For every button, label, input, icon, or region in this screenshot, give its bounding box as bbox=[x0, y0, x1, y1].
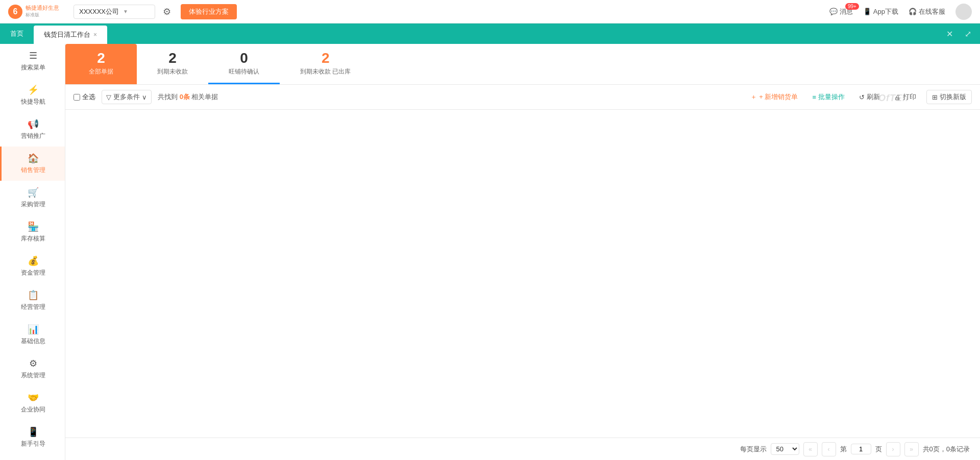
system-icon: ⚙ bbox=[29, 358, 37, 369]
print-button[interactable]: 🖨 打印 bbox=[890, 90, 920, 104]
next-page-button[interactable]: › bbox=[886, 442, 900, 456]
pagination-bar: 每页显示 50 100 200 « ‹ 第 页 › » 共0页，0条记录 bbox=[65, 438, 980, 460]
sidebar-label-guide: 新手引导 bbox=[21, 440, 45, 448]
sidebar-item-operations[interactable]: 📋 经营管理 bbox=[0, 283, 65, 318]
sidebar-item-guide[interactable]: 📱 新手引导 bbox=[0, 420, 65, 454]
batch-operation-button[interactable]: ≡ 批量操作 bbox=[808, 90, 849, 104]
page-input[interactable] bbox=[851, 444, 871, 454]
sidebar-item-inventory[interactable]: 🏪 库存核算 bbox=[0, 215, 65, 249]
stat-card-all[interactable]: 2 全部单据 bbox=[65, 44, 137, 84]
online-service-label: 在线客服 bbox=[919, 7, 945, 16]
tab-workbench[interactable]: 钱货日清工作台 × bbox=[34, 26, 107, 44]
message-icon: 💬 bbox=[829, 8, 838, 15]
add-icon: ＋ bbox=[750, 92, 757, 102]
search-menu-icon: ☰ bbox=[29, 50, 37, 61]
sidebar-item-system[interactable]: ⚙ 系统管理 bbox=[0, 352, 65, 386]
sidebar-item-enterprise[interactable]: 🤝 企业协同 bbox=[0, 386, 65, 420]
inventory-icon: 🏪 bbox=[28, 221, 39, 232]
stat-num-pending: 0 bbox=[240, 51, 248, 66]
settings-button[interactable]: ⚙ bbox=[159, 4, 175, 19]
tab-home[interactable]: 首页 bbox=[0, 23, 34, 44]
select-all-label: 全选 bbox=[82, 92, 95, 102]
switch-icon: ⊞ bbox=[932, 93, 938, 101]
stat-num-shipped: 2 bbox=[322, 51, 330, 66]
sidebar-item-search-menu[interactable]: ☰ 搜索菜单 bbox=[0, 44, 65, 78]
online-service-button[interactable]: 🎧 在线客服 bbox=[909, 7, 945, 16]
enterprise-icon: 🤝 bbox=[28, 392, 39, 403]
sales-icon: 🏠 bbox=[28, 153, 39, 164]
sidebar-label-operations: 经营管理 bbox=[21, 303, 45, 311]
filter-label: 更多条件 bbox=[113, 92, 140, 102]
batch-label: 批量操作 bbox=[818, 92, 845, 102]
sidebar-label-sales: 销售管理 bbox=[21, 166, 45, 175]
app-download-button[interactable]: 📱 App下载 bbox=[863, 7, 898, 16]
finance-icon: 💰 bbox=[28, 255, 39, 267]
top-right: 💬 消息 99 📱 App下载 🎧 在线客服 bbox=[829, 4, 972, 20]
logo-name: 畅捷通好生意 bbox=[26, 5, 59, 11]
page-label: 第 bbox=[840, 445, 847, 454]
stat-card-pending[interactable]: 0 旺铺待确认 bbox=[208, 44, 280, 84]
filter-button[interactable]: ▽ 更多条件 ∨ bbox=[102, 90, 152, 104]
company-dropdown-arrow: ▼ bbox=[123, 9, 128, 14]
sidebar-item-app-center[interactable]: 📦 应用中心 bbox=[0, 454, 65, 460]
first-page-button[interactable]: « bbox=[803, 442, 818, 456]
filter-chevron-icon: ∨ bbox=[142, 93, 147, 101]
sidebar-item-quick-nav[interactable]: ⚡ 快捷导航 bbox=[0, 78, 65, 112]
stats-row: 2 全部单据 2 到期未收款 0 旺铺待确认 2 到期未收款 已出库 bbox=[65, 44, 980, 85]
sidebar-label-marketing: 营销推广 bbox=[21, 132, 45, 140]
company-name: XXXXXX公司 bbox=[79, 7, 119, 16]
tab-workbench-label: 钱货日清工作台 bbox=[44, 30, 90, 39]
sidebar-label-finance: 资金管理 bbox=[21, 269, 45, 277]
per-page-select[interactable]: 50 100 200 bbox=[771, 443, 799, 455]
select-all-input[interactable] bbox=[74, 94, 80, 101]
stat-card-shipped[interactable]: 2 到期未收款 已出库 bbox=[280, 44, 371, 84]
sidebar-item-finance[interactable]: 💰 资金管理 bbox=[0, 249, 65, 283]
add-label: + 新增销货单 bbox=[759, 92, 798, 102]
purchase-icon: 🛒 bbox=[28, 187, 39, 198]
table-area bbox=[65, 110, 980, 438]
print-icon: 🖨 bbox=[894, 93, 901, 101]
message-badge: 99 bbox=[845, 3, 859, 10]
minimize-button[interactable]: ✕ bbox=[942, 27, 957, 41]
avatar-button[interactable] bbox=[955, 4, 972, 20]
sidebar-item-sales[interactable]: 🏠 销售管理 bbox=[0, 147, 65, 181]
user-avatar bbox=[955, 4, 972, 20]
page-suffix: 页 bbox=[875, 445, 882, 454]
sidebar-item-marketing[interactable]: 📢 营销推广 bbox=[0, 112, 65, 147]
company-selector[interactable]: XXXXXX公司 ▼ bbox=[74, 5, 155, 19]
prev-page-button[interactable]: ‹ bbox=[822, 442, 836, 456]
sidebar-label-system: 系统管理 bbox=[21, 371, 45, 380]
sidebar-label-inventory: 库存核算 bbox=[21, 234, 45, 243]
filter-icon: ▽ bbox=[106, 93, 111, 101]
app-download-icon: 📱 bbox=[863, 8, 871, 15]
sidebar-item-purchase[interactable]: 🛒 采购管理 bbox=[0, 181, 65, 215]
quick-nav-icon: ⚡ bbox=[28, 84, 39, 95]
main-layout: ☰ 搜索菜单 ⚡ 快捷导航 📢 营销推广 🏠 销售管理 🛒 采购管理 🏪 库存核… bbox=[0, 44, 980, 460]
logo-icon: 6 bbox=[8, 5, 22, 19]
toolbar: 全选 ▽ 更多条件 ∨ 共找到 0条 相关单据 ＋ + 新增销货单 ≡ 批量操作 bbox=[65, 85, 980, 110]
logo-area: 6 畅捷通好生意 标准版 bbox=[8, 5, 74, 19]
stat-label-pending: 旺铺待确认 bbox=[229, 67, 259, 76]
operations-icon: 📋 bbox=[28, 289, 39, 301]
stat-num-all: 2 bbox=[97, 51, 105, 66]
basic-info-icon: 📊 bbox=[28, 324, 39, 335]
print-label: 打印 bbox=[903, 92, 916, 102]
switch-version-button[interactable]: ⊞ 切换新版 bbox=[926, 90, 972, 104]
add-sales-order-button[interactable]: ＋ + 新增销货单 bbox=[746, 90, 802, 104]
maximize-button[interactable]: ⤢ bbox=[961, 27, 975, 41]
stat-label-all: 全部单据 bbox=[89, 67, 113, 76]
message-button[interactable]: 💬 消息 99 bbox=[829, 7, 853, 16]
stat-label-overdue: 到期未收款 bbox=[157, 67, 188, 76]
tab-home-label: 首页 bbox=[10, 29, 23, 38]
last-page-button[interactable]: » bbox=[904, 442, 919, 456]
trial-button[interactable]: 体验行业方案 bbox=[181, 4, 237, 19]
found-prefix: 共找到 bbox=[158, 93, 178, 101]
refresh-button[interactable]: ↺ 刷新 bbox=[855, 90, 884, 104]
total-label: 共0页，0条记录 bbox=[923, 445, 970, 454]
select-all-checkbox[interactable]: 全选 bbox=[74, 92, 95, 102]
sidebar-item-basic-info[interactable]: 📊 基础信息 bbox=[0, 318, 65, 352]
stat-num-overdue: 2 bbox=[168, 51, 177, 66]
top-bar: 6 畅捷通好生意 标准版 XXXXXX公司 ▼ ⚙ 体验行业方案 💬 消息 99… bbox=[0, 0, 980, 23]
close-tab-icon[interactable]: × bbox=[93, 31, 97, 38]
stat-card-overdue[interactable]: 2 到期未收款 bbox=[137, 44, 208, 84]
